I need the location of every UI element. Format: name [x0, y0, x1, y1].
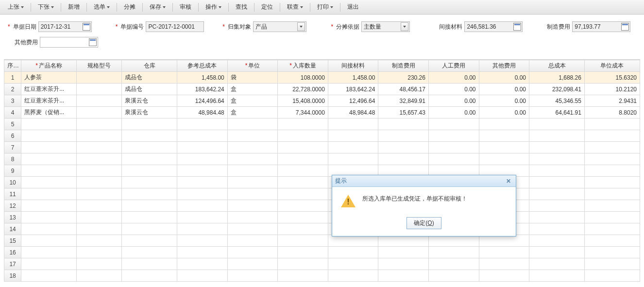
doc-date-input[interactable]: 2017-12-31 — [38, 21, 92, 32]
toolbar-下张[interactable]: 下张 — [34, 1, 58, 13]
table-row[interactable]: 18 — [4, 270, 640, 282]
toolbar-选单[interactable]: 选单 — [90, 1, 114, 13]
cell-c4[interactable]: 0.00 — [479, 72, 529, 84]
cell-rn[interactable]: 10 — [4, 177, 21, 188]
table-row[interactable]: 8 — [4, 153, 640, 165]
cell-unitc[interactable]: 15.6320 — [584, 72, 640, 84]
col-tot[interactable]: 总成本 — [529, 60, 585, 72]
col-wh[interactable]: 仓库 — [122, 60, 177, 72]
cell-wh[interactable]: 泉溪云仓 — [122, 107, 177, 118]
table-row[interactable]: 11 — [4, 188, 640, 200]
cell-c1[interactable]: 183,642.24 — [328, 84, 378, 95]
cell-unitc[interactable]: 2.9431 — [584, 95, 640, 107]
col-qty[interactable]: *入库数量 — [278, 60, 328, 72]
table-row[interactable]: 14 — [4, 223, 640, 235]
cell-qty[interactable]: 22,728.0000 — [278, 84, 328, 95]
cell-rn[interactable]: 4 — [4, 107, 21, 118]
other-cost-input[interactable] — [40, 37, 98, 48]
cell-unit[interactable]: 盒 — [227, 95, 278, 107]
table-row[interactable]: 12 — [4, 200, 640, 212]
cell-rn[interactable]: 1 — [4, 72, 21, 84]
col-name[interactable]: *产品名称 — [21, 60, 77, 72]
col-spec[interactable]: 规格型号 — [77, 60, 122, 72]
cell-rn[interactable]: 15 — [4, 235, 21, 247]
col-c1[interactable]: 间接材料 — [328, 60, 378, 72]
col-ref[interactable]: 参考总成本 — [177, 60, 228, 72]
cell-c2[interactable]: 230.26 — [378, 72, 429, 84]
toolbar-上张[interactable]: 上张 — [4, 1, 28, 13]
cell-unit[interactable]: 盒 — [227, 84, 278, 95]
col-rn[interactable]: 序号 — [4, 60, 21, 72]
toolbar-新增[interactable]: 新增 — [64, 1, 84, 13]
cell-rn[interactable]: 18 — [4, 270, 21, 282]
doc-no-input[interactable]: PC-2017-12-0001 — [146, 21, 204, 32]
cell-name[interactable]: 红豆薏米茶升... — [21, 84, 77, 95]
cell-rn[interactable]: 17 — [4, 258, 21, 270]
cell-c1[interactable]: 48,984.48 — [328, 107, 378, 118]
cell-ref[interactable]: 124,496.64 — [177, 95, 228, 107]
table-row[interactable]: 4黑荞麦（促销...泉溪云仓48,984.48盒7,344.000048,984… — [4, 107, 640, 118]
cell-c3[interactable]: 0.00 — [428, 95, 479, 107]
cell-rn[interactable]: 6 — [4, 130, 21, 142]
mfg-cost-input[interactable]: 97,193.77 — [572, 21, 630, 32]
table-row[interactable]: 1人参茶成品仓1,458.00袋108.00001,458.00230.260.… — [4, 72, 640, 84]
cell-wh[interactable]: 成品仓 — [122, 84, 177, 95]
cell-rn[interactable]: 14 — [4, 223, 21, 235]
cell-rn[interactable]: 8 — [4, 153, 21, 165]
toolbar-分摊[interactable]: 分摊 — [120, 1, 139, 13]
cell-c4[interactable]: 0.00 — [479, 84, 529, 95]
toolbar-联查[interactable]: 联查 — [283, 1, 307, 13]
group-by-combo[interactable]: 产品 — [253, 21, 306, 32]
cell-ref[interactable]: 183,642.24 — [177, 84, 228, 95]
cell-rn[interactable]: 11 — [4, 188, 21, 200]
cell-qty[interactable]: 108.0000 — [278, 72, 328, 84]
cell-c4[interactable]: 0.00 — [479, 107, 529, 118]
col-unitc[interactable]: 单位成本 — [584, 60, 640, 72]
table-row[interactable]: 3红豆薏米茶升...泉溪云仓124,496.64盒15,408.000012,4… — [4, 95, 640, 107]
cell-qty[interactable]: 15,408.0000 — [278, 95, 328, 107]
cell-wh[interactable]: 成品仓 — [122, 72, 177, 84]
basis-combo[interactable]: 主数量 — [361, 21, 410, 32]
table-row[interactable]: 6 — [4, 130, 640, 142]
cell-name[interactable]: 黑荞麦（促销... — [21, 107, 77, 118]
cell-c3[interactable]: 0.00 — [428, 84, 479, 95]
cell-c1[interactable]: 1,458.00 — [328, 72, 378, 84]
col-c4[interactable]: 其他费用 — [479, 60, 529, 72]
cell-unit[interactable]: 盒 — [227, 107, 278, 118]
cell-rn[interactable]: 12 — [4, 200, 21, 212]
toolbar-审核[interactable]: 审核 — [176, 1, 195, 13]
cell-unit[interactable]: 袋 — [227, 72, 278, 84]
table-row[interactable]: 15 — [4, 235, 640, 247]
cell-name[interactable]: 红豆薏米茶升... — [21, 95, 77, 107]
cell-qty[interactable]: 7,344.0000 — [278, 107, 328, 118]
cell-tot[interactable]: 1,688.26 — [529, 72, 585, 84]
cell-unitc[interactable]: 8.8020 — [584, 107, 640, 118]
cell-rn[interactable]: 3 — [4, 95, 21, 107]
cell-tot[interactable]: 64,641.91 — [529, 107, 585, 118]
cell-name[interactable]: 人参茶 — [21, 72, 77, 84]
cell-c3[interactable]: 0.00 — [428, 107, 479, 118]
cell-rn[interactable]: 13 — [4, 212, 21, 223]
table-row[interactable]: 10 — [4, 177, 640, 188]
ok-button[interactable]: 确定(O) — [407, 217, 441, 229]
cell-c3[interactable]: 0.00 — [428, 72, 479, 84]
indirect-mat-input[interactable]: 246,581.36 — [464, 21, 523, 32]
cell-wh[interactable]: 泉溪云仓 — [122, 95, 177, 107]
toolbar-保存[interactable]: 保存 — [146, 1, 169, 13]
cell-c2[interactable]: 32,849.91 — [378, 95, 429, 107]
col-c2[interactable]: 制造费用 — [378, 60, 429, 72]
cell-tot[interactable]: 232,098.41 — [529, 84, 585, 95]
col-unit[interactable]: *单位 — [227, 60, 278, 72]
col-c3[interactable]: 人工费用 — [428, 60, 479, 72]
table-row[interactable]: 17 — [4, 258, 640, 270]
cell-spec[interactable] — [77, 72, 122, 84]
toolbar-查找[interactable]: 查找 — [232, 1, 251, 13]
cell-c1[interactable]: 12,496.64 — [328, 95, 378, 107]
table-row[interactable]: 7 — [4, 142, 640, 153]
cell-c4[interactable]: 0.00 — [479, 95, 529, 107]
close-icon[interactable]: ✕ — [504, 177, 513, 185]
table-row[interactable]: 2红豆薏米茶升...成品仓183,642.24盒22,728.0000183,6… — [4, 84, 640, 95]
cell-spec[interactable] — [77, 107, 122, 118]
cell-rn[interactable]: 2 — [4, 84, 21, 95]
cell-ref[interactable]: 1,458.00 — [177, 72, 228, 84]
